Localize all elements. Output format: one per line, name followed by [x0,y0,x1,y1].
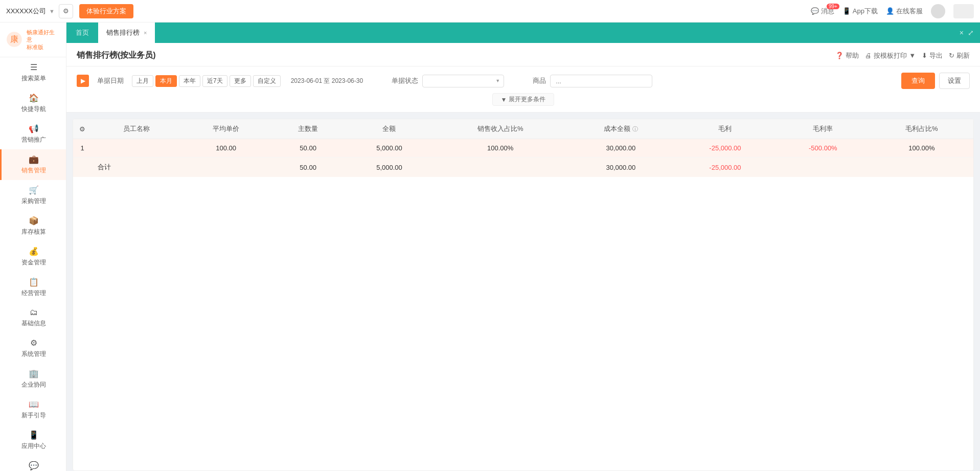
close-window-icon[interactable]: × [960,29,964,37]
cost-info-icon: ⓘ [632,126,638,132]
tab-label: 销售排行榜 [106,28,140,37]
goods-filter-wrapper: 商品 [533,75,652,87]
message-icon: 💬 [811,7,819,15]
sidebar-item-inventory[interactable]: 📦 库存核算 [0,211,66,241]
footer-gross: -25,000.00 [674,158,776,177]
col-sales-pct: 销售收入占比% [434,119,567,139]
search-orders-icon: ☰ [30,62,37,72]
table-header-row: ⚙ 员工名称 平均单价 主数量 全额 销售收入占比% 成本全额 ⓘ 毛利 毛利率… [73,119,973,139]
cell-sales-pct: 100.00% [434,139,567,158]
sidebar-item-apps[interactable]: 📱 应用中心 [0,425,66,456]
footer-sales-pct [434,158,567,177]
sidebar-item-purchase[interactable]: 🛒 采购管理 [0,180,66,211]
help-button[interactable]: ❓ 帮助 [835,51,859,60]
sidebar-item-label: 搜索菜单 [21,74,46,83]
company-selector[interactable]: XXXXXX公司 ▼ [6,7,55,16]
export-button[interactable]: ⬇ 导出 [922,51,943,60]
col-settings[interactable]: ⚙ [73,119,92,139]
tab-close-icon[interactable]: × [144,30,147,36]
chevron-down-icon: ▼ [49,8,55,14]
period-last-month[interactable]: 上月 [132,75,153,87]
sidebar-item-finance[interactable]: 💰 资金管理 [0,241,66,272]
sidebar-item-operations[interactable]: 📋 经营管理 [0,272,66,303]
tab-controls: × ⤢ [953,23,980,43]
sidebar-item-wechat[interactable]: 💬 企业微信 [0,456,66,471]
settings-button[interactable]: 设置 [939,73,970,89]
footer-gross-pct [870,158,973,177]
date-filter-label: 单据日期 [97,76,124,85]
trial-button[interactable]: 体验行业方案 [79,4,133,18]
page-title: 销售排行榜(按业务员) [77,50,156,61]
inventory-icon: 📦 [29,216,39,226]
goods-filter-label: 商品 [533,76,546,85]
sidebar-item-label: 应用中心 [21,442,46,451]
sidebar-item-guide[interactable]: 📖 新手引导 [0,394,66,425]
print-icon: 🖨 [865,52,872,59]
avatar[interactable] [931,4,945,18]
print-chevron-icon: ▼ [909,52,916,59]
system-icon: ⚙ [30,338,37,348]
footer-amount: 5,000.00 [345,158,433,177]
svg-text:康: 康 [10,35,18,43]
sidebar-item-marketing[interactable]: 📢 营销推广 [0,119,66,149]
page-header: 销售排行榜(按业务员) ❓ 帮助 🖨 按模板打印 ▼ ⬇ 导出 [66,43,980,66]
tab-home[interactable]: 首页 [66,23,98,43]
period-more[interactable]: 更多 [230,75,251,87]
col-gross-rate: 毛利率 [776,119,870,139]
sidebar-item-basicinfo[interactable]: 🗂 基础信息 [0,303,66,333]
sidebar-item-system[interactable]: ⚙ 系统管理 [0,333,66,364]
status-select[interactable] [422,75,504,87]
query-button[interactable]: 查询 [901,73,935,89]
sidebar-item-search-orders[interactable]: ☰ 搜索菜单 [0,57,66,88]
service-label: 在线客服 [896,7,923,16]
period-this-year[interactable]: 本年 [179,75,200,87]
maximize-window-icon[interactable]: ⤢ [968,29,974,37]
marketing-icon: 📢 [29,124,39,133]
cell-gross-pct: 100.00% [870,139,973,158]
expand-icon: ▼ [501,96,507,103]
filter-expand-arrow[interactable]: ▶ [77,75,89,87]
expand-more-button[interactable]: ▼ 展开更多条件 [492,93,555,106]
sidebar-item-label: 采购管理 [21,197,46,206]
online-service-button[interactable]: 👤 在线客服 [886,7,923,16]
period-custom[interactable]: 自定义 [253,75,281,87]
table-row: 1 100.00 50.00 5,000.00 100.00% 30,000.0… [73,139,973,158]
table-footer-row: 合计 50.00 5,000.00 30,000.00 -25,000.00 [73,158,973,177]
col-qty: 主数量 [271,119,345,139]
sidebar-item-label: 基础信息 [21,319,46,328]
period-7days[interactable]: 近7天 [202,75,227,87]
quick-nav-icon: 🏠 [29,93,39,103]
period-this-month[interactable]: 本月 [155,75,177,87]
status-select-wrapper [422,75,504,87]
goods-input[interactable] [550,75,652,87]
cell-employee [92,139,181,158]
app-label: App下载 [853,7,878,16]
print-button[interactable]: 🖨 按模板打印 ▼ [865,51,916,60]
sidebar-item-label: 系统管理 [21,350,46,358]
guide-icon: 📖 [29,399,39,409]
col-cost: 成本全额 ⓘ [567,119,674,139]
sidebar-item-quick-nav[interactable]: 🏠 快捷导航 [0,88,66,119]
sidebar-item-label: 营销推广 [21,136,46,144]
cell-amount: 5,000.00 [345,139,433,158]
sidebar-item-label: 库存核算 [21,228,46,236]
sidebar-item-enterprise[interactable]: 🏢 企业协同 [0,364,66,394]
sidebar-item-label: 经营管理 [21,289,46,298]
col-gross: 毛利 [674,119,776,139]
period-buttons: 上月 本月 本年 近7天 更多 自定义 [132,75,281,87]
export-icon: ⬇ [922,52,927,59]
company-settings-button[interactable]: ⚙ [59,4,73,18]
message-button[interactable]: 💬 消息 99+ [811,7,834,16]
app-icon: 📱 [842,7,851,15]
sidebar-item-label: 新手引导 [21,411,46,420]
logo-icon: 康 [6,31,22,48]
app-download-button[interactable]: 📱 App下载 [842,7,878,16]
logo-text: 畅康通好生意 标准版 [27,29,60,51]
date-range-display: 2023-06-01 至 2023-06-30 [291,77,363,85]
sidebar-item-sales[interactable]: 💼 销售管理 [0,149,66,180]
refresh-button[interactable]: ↻ 刷新 [949,51,970,60]
finance-icon: 💰 [29,246,39,256]
filter-row-1: ▶ 单据日期 上月 本月 本年 近7天 更多 自定义 2023-06-01 至 … [77,73,970,89]
company-name: XXXXXX公司 [6,7,46,16]
tab-sales-ranking[interactable]: 销售排行榜 × [98,23,155,43]
